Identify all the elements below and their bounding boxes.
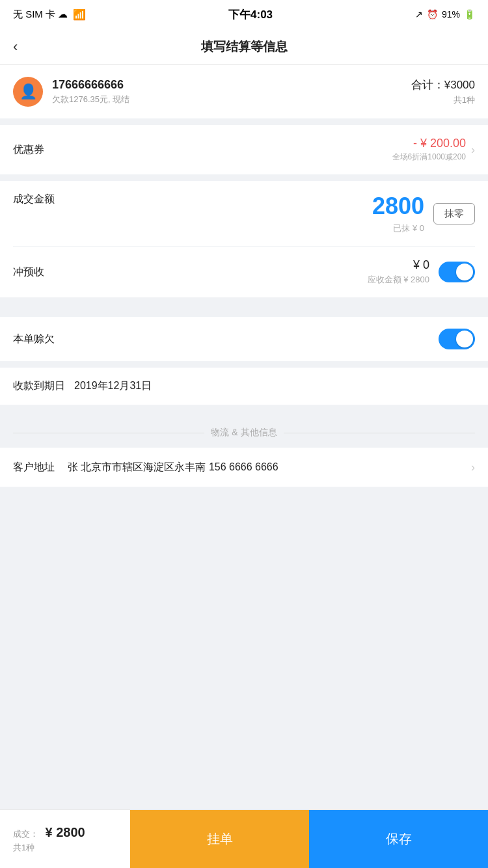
customer-right: 合计：¥3000 共1种 <box>411 77 475 106</box>
coupon-chevron-icon: › <box>471 143 475 157</box>
coupon-desc: 全场6折满1000减200 <box>392 152 466 163</box>
sep-line-left <box>13 433 204 433</box>
customer-sub: 欠款1276.35元, 现结 <box>52 94 129 105</box>
battery-label: 91% <box>442 9 460 20</box>
status-right: ↗ ⏰ 91% 🔋 <box>415 9 475 20</box>
address-label: 客户地址 <box>13 461 55 474</box>
section-divider-2 <box>0 411 488 418</box>
prepay-amounts: ¥ 0 应收金额 ¥ 2800 <box>368 258 429 286</box>
bottom-count: 共1种 <box>13 842 117 854</box>
prepay-toggle[interactable] <box>439 262 475 282</box>
prepay-row: 冲预收 ¥ 0 应收金额 ¥ 2800 <box>0 247 488 297</box>
main-content: 👤 17666666666 欠款1276.35元, 现结 合计：¥3000 共1… <box>0 65 488 610</box>
round-button[interactable]: 抹零 <box>433 203 475 224</box>
logistics-separator: 物流 & 其他信息 <box>0 418 488 448</box>
sep-line-right <box>284 433 475 433</box>
due-date-section: 收款到期日 2019年12月31日 <box>0 368 488 405</box>
bottom-deal-amount: ¥ 2800 <box>45 825 85 839</box>
bottom-actions: 挂单 保存 <box>130 810 488 868</box>
wifi-icon: 📶 <box>73 8 86 21</box>
prepay-label: 冲预收 <box>13 265 44 279</box>
back-button[interactable]: ‹ <box>13 38 18 55</box>
coupon-right: - ¥ 200.00 全场6折满1000减200 › <box>392 137 475 163</box>
customer-phone: 17666666666 <box>52 78 129 92</box>
coupon-row[interactable]: 优惠券 - ¥ 200.00 全场6折满1000减200 › <box>0 125 488 174</box>
customer-left: 👤 17666666666 欠款1276.35元, 现结 <box>13 77 129 107</box>
amount-section: 成交金额 2800 已抹 ¥ 0 抹零 冲预收 ¥ 0 应收金额 ¥ 2800 <box>0 181 488 297</box>
deal-amount-label: 成交金额 <box>13 193 55 206</box>
status-left: 无 SIM 卡 ☁ 📶 <box>13 8 86 21</box>
section-divider-1 <box>0 304 488 310</box>
bottom-deal-label: 成交： <box>13 829 38 839</box>
due-date-value: 2019年12月31日 <box>74 379 152 393</box>
debt-toggle[interactable] <box>439 329 475 349</box>
customer-info: 17666666666 欠款1276.35元, 现结 <box>52 78 129 105</box>
avatar: 👤 <box>13 77 43 107</box>
deal-amount-row: 成交金额 2800 已抹 ¥ 0 抹零 <box>0 181 488 246</box>
due-date-row: 收款到期日 2019年12月31日 <box>13 379 475 393</box>
debt-row: 本单赊欠 <box>0 317 488 361</box>
nav-bar: ‹ 填写结算等信息 <box>0 29 488 65</box>
bottom-spacer <box>0 493 488 545</box>
battery-icon: 🔋 <box>464 9 475 20</box>
status-bar: 无 SIM 卡 ☁ 📶 下午4:03 ↗ ⏰ 91% 🔋 <box>0 0 488 29</box>
coupon-value: - ¥ 200.00 全场6折满1000减200 <box>392 137 466 163</box>
prepay-sub-value: 应收金额 ¥ 2800 <box>368 274 429 286</box>
status-time: 下午4:03 <box>228 7 273 22</box>
debt-label: 本单赊欠 <box>13 332 55 346</box>
location-icon: ↗ <box>415 9 423 20</box>
order-total: 合计：¥3000 <box>411 77 475 92</box>
order-count: 共1种 <box>411 94 475 106</box>
bottom-info: 成交： ¥ 2800 共1种 <box>0 825 130 854</box>
bottom-deal-row: 成交： ¥ 2800 <box>13 825 117 840</box>
page-title: 填写结算等信息 <box>201 38 288 55</box>
customer-row: 👤 17666666666 欠款1276.35元, 现结 合计：¥3000 共1… <box>0 65 488 118</box>
address-chevron-icon: › <box>471 461 475 474</box>
prepay-main-value: ¥ 0 <box>368 258 429 272</box>
logistics-label: 物流 & 其他信息 <box>211 427 277 439</box>
address-value: 张 北京市市辖区海淀区永丰南 156 6666 6666 <box>68 459 465 475</box>
due-date-label: 收款到期日 <box>13 379 65 393</box>
deal-amount-sub: 已抹 ¥ 0 <box>372 223 424 234</box>
sim-label: 无 SIM 卡 ☁ <box>13 8 68 21</box>
deal-amount-value: 2800 <box>372 193 424 220</box>
hold-button[interactable]: 挂单 <box>130 810 309 868</box>
coupon-label: 优惠券 <box>13 143 44 157</box>
coupon-amount: - ¥ 200.00 <box>392 137 466 150</box>
clock-icon: ⏰ <box>427 9 438 20</box>
bottom-bar: 成交： ¥ 2800 共1种 挂单 保存 <box>0 809 488 868</box>
save-button[interactable]: 保存 <box>309 810 488 868</box>
address-row[interactable]: 客户地址 张 北京市市辖区海淀区永丰南 156 6666 6666 › <box>0 448 488 487</box>
